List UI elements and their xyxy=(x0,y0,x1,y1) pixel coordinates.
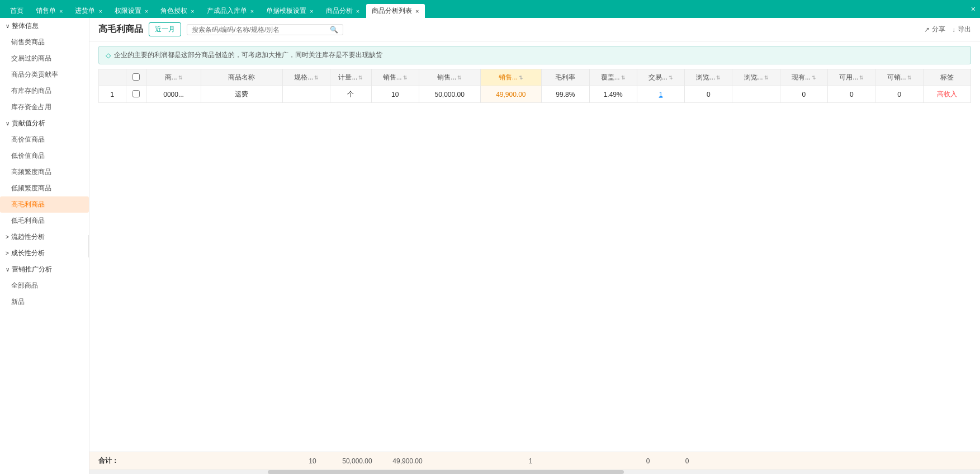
cell-row-num: 1 xyxy=(99,86,126,103)
footer-gross-margin xyxy=(433,457,472,465)
sidebar-item-sales-goods[interactable]: 销售类商品 xyxy=(0,34,89,50)
nav-tab-role-permissions[interactable]: 角色授权× xyxy=(155,4,200,18)
content-header: 高毛利商品 近一月 🔍 ↗ 分享 ↓ 导出 xyxy=(89,18,980,41)
bottom-scrollbar[interactable] xyxy=(89,470,980,474)
nav-tab-close-role-permissions[interactable]: × xyxy=(191,8,194,15)
sidebar-group-title-trend-analysis[interactable]: >流趋性分析 xyxy=(0,229,89,245)
col-header-goods-code[interactable]: 商...⇅ xyxy=(146,69,201,86)
footer-cells: 10 50,000.00 49,900.00 1 0 0 xyxy=(130,457,971,465)
sidebar: « ∨整体信息销售类商品交易过的商品商品分类贡献率有库存的商品库存资金占用∨贡献… xyxy=(0,18,89,474)
col-header-spec[interactable]: 规格...⇅ xyxy=(283,69,330,86)
nav-tab-close-sales-order[interactable]: × xyxy=(59,8,63,15)
col-header-unit[interactable]: 计量...⇅ xyxy=(330,69,371,86)
sidebar-item-traded-goods[interactable]: 交易过的商品 xyxy=(0,50,89,67)
cell-sales-cost: 49,900.00 xyxy=(480,86,542,103)
cell-link-transactions[interactable]: 1 xyxy=(659,91,663,98)
tip-text: 企业的主要的利润都是这部分商品创造的，可考虑加大推广，同时关注库存是不要出现缺货 xyxy=(114,50,382,60)
data-table: 商...⇅商品名称规格...⇅计量...⇅销售...⇅销售...⇅销售...⇅毛… xyxy=(98,69,971,103)
search-icon[interactable]: 🔍 xyxy=(330,26,338,34)
nav-tab-import-order[interactable]: 进货单× xyxy=(69,4,107,18)
sidebar-item-low-freq-goods[interactable]: 低频繁度商品 xyxy=(0,180,89,196)
col-header-sales-qty[interactable]: 销售...⇅ xyxy=(371,69,419,86)
sidebar-group-arrow-financial-analysis: ∨ xyxy=(6,120,10,126)
scrollbar-thumb xyxy=(268,470,624,474)
col-header-coverage[interactable]: 覆盖...⇅ xyxy=(589,69,637,86)
sidebar-collapse-btn[interactable]: « xyxy=(88,235,89,257)
sort-icon-transactions[interactable]: ⇅ xyxy=(669,75,673,81)
nav-tab-close-product-analysis[interactable]: × xyxy=(356,8,359,15)
sidebar-item-high-value-goods[interactable]: 高价值商品 xyxy=(0,132,89,148)
top-nav: 首页销售单×进货单×权限设置×角色授权×产成品入库单×单据模板设置×商品分析×商… xyxy=(0,0,980,18)
sidebar-item-high-margin-goods[interactable]: 高毛利商品 xyxy=(0,196,89,213)
footer-available: 0 xyxy=(667,457,707,465)
tip-icon: ◇ xyxy=(106,51,111,59)
sidebar-item-stocked-goods[interactable]: 有库存的商品 xyxy=(0,83,89,99)
col-header-transactions[interactable]: 交易...⇅ xyxy=(637,69,684,86)
window-close-btn[interactable]: × xyxy=(971,4,976,13)
sort-icon-browse1[interactable]: ⇅ xyxy=(716,75,721,81)
footer-current-stock: 0 xyxy=(628,457,667,465)
col-header-sellable[interactable]: 可销...⇅ xyxy=(875,69,923,86)
nav-tab-permission-settings[interactable]: 权限设置× xyxy=(109,4,154,18)
footer-sales-cost: 49,900.00 xyxy=(382,457,433,465)
col-header-available[interactable]: 可用...⇅ xyxy=(828,69,875,86)
sort-icon-sales-amount[interactable]: ⇅ xyxy=(457,75,462,81)
select-all-checkbox[interactable] xyxy=(132,73,140,81)
cell-browse2 xyxy=(732,86,780,103)
sort-icon-goods-code[interactable]: ⇅ xyxy=(178,75,183,81)
col-header-browse1[interactable]: 浏览...⇅ xyxy=(685,69,732,86)
nav-tab-product-analysis[interactable]: 商品分析× xyxy=(320,4,365,18)
sort-icon-sales-qty[interactable]: ⇅ xyxy=(403,75,408,81)
nav-tab-close-product-analysis-list[interactable]: × xyxy=(415,8,419,15)
sidebar-item-new-goods[interactable]: 新品 xyxy=(0,294,89,310)
sidebar-group-label-trend-analysis: 流趋性分析 xyxy=(11,232,45,242)
table-row[interactable]: 10000...运费个1050,000.0049,900.0099.8%1.49… xyxy=(99,86,971,103)
table-container[interactable]: 商...⇅商品名称规格...⇅计量...⇅销售...⇅销售...⇅销售...⇅毛… xyxy=(89,69,980,452)
col-header-tag: 标签 xyxy=(923,69,970,86)
cell-available: 0 xyxy=(828,86,875,103)
nav-tab-form-template[interactable]: 单据模板设置× xyxy=(261,4,319,18)
sort-icon-sellable[interactable]: ⇅ xyxy=(907,75,912,81)
sidebar-item-all-goods[interactable]: 全部商品 xyxy=(0,278,89,294)
sort-icon-available[interactable]: ⇅ xyxy=(859,75,864,81)
col-header-current-stock[interactable]: 现有...⇅ xyxy=(780,69,827,86)
nav-tab-close-permission-settings[interactable]: × xyxy=(145,8,148,15)
cell-browse1: 0 xyxy=(685,86,732,103)
share-button[interactable]: ↗ 分享 xyxy=(924,25,945,34)
sidebar-item-low-value-goods[interactable]: 低价值商品 xyxy=(0,148,89,164)
sidebar-group-title-financial-analysis[interactable]: ∨贡献值分析 xyxy=(0,115,89,132)
sidebar-item-low-margin-goods[interactable]: 低毛利商品 xyxy=(0,213,89,229)
cell-gross-margin: 99.8% xyxy=(542,86,589,103)
sort-icon-spec[interactable]: ⇅ xyxy=(314,75,319,81)
sort-icon-unit[interactable]: ⇅ xyxy=(358,75,363,81)
nav-tab-close-import-order[interactable]: × xyxy=(98,8,102,15)
time-filter-button[interactable]: 近一月 xyxy=(149,22,181,36)
nav-tab-close-product-import[interactable]: × xyxy=(250,8,254,15)
sidebar-group-title-marketing-analysis[interactable]: ∨营销推广分析 xyxy=(0,261,89,278)
export-button[interactable]: ↓ 导出 xyxy=(952,25,971,34)
nav-tab-home[interactable]: 首页 xyxy=(4,4,29,18)
col-header-sales-amount[interactable]: 销售...⇅ xyxy=(419,69,480,86)
sort-icon-sales-cost[interactable]: ⇅ xyxy=(519,75,523,81)
cell-transactions[interactable]: 1 xyxy=(637,86,684,103)
row-checkbox[interactable] xyxy=(132,90,140,97)
footer-browse2 xyxy=(589,457,628,465)
sort-icon-coverage[interactable]: ⇅ xyxy=(621,75,626,81)
sidebar-group-growth-analysis: >成长性分析 xyxy=(0,245,89,261)
export-label: 导出 xyxy=(958,25,971,34)
sidebar-item-high-freq-goods[interactable]: 高频繁度商品 xyxy=(0,164,89,180)
nav-tab-product-import[interactable]: 产成品入库单× xyxy=(201,4,259,18)
cell-checkbox[interactable] xyxy=(126,86,146,103)
nav-tab-sales-order[interactable]: 销售单× xyxy=(30,4,68,18)
sidebar-group-title-growth-analysis[interactable]: >成长性分析 xyxy=(0,245,89,261)
nav-tab-product-analysis-list[interactable]: 商品分析列表× xyxy=(366,4,424,18)
nav-tab-close-form-template[interactable]: × xyxy=(310,8,313,15)
sidebar-item-goods-contrib-rate[interactable]: 商品分类贡献率 xyxy=(0,67,89,83)
col-header-sales-cost[interactable]: 销售...⇅ xyxy=(480,69,542,86)
sort-icon-current-stock[interactable]: ⇅ xyxy=(812,75,816,81)
col-header-browse2[interactable]: 浏览...⇅ xyxy=(732,69,780,86)
sort-icon-browse2[interactable]: ⇅ xyxy=(764,75,769,81)
sidebar-item-inventory-funds[interactable]: 库存资金占用 xyxy=(0,99,89,115)
search-input[interactable] xyxy=(192,26,328,34)
sidebar-group-title-overall-info[interactable]: ∨整体信息 xyxy=(0,18,89,34)
